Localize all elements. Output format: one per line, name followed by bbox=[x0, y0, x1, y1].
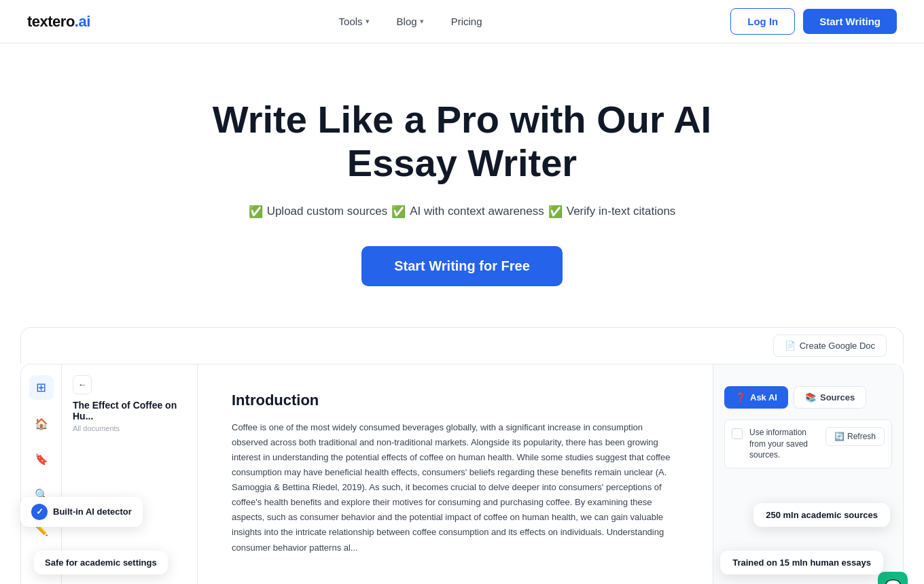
editor-heading: Introduction bbox=[232, 392, 679, 409]
ask-ai-tab[interactable]: ❓ Ask AI bbox=[724, 386, 788, 409]
nav-pricing[interactable]: Pricing bbox=[440, 10, 493, 33]
cta-button[interactable]: Start Writing for Free bbox=[361, 246, 563, 286]
sidebar-bookmark-icon[interactable]: 🔖 bbox=[31, 449, 52, 470]
check-icon-1: ✅ bbox=[249, 205, 263, 219]
hero-title: Write Like a Pro with Our AI Essay Write… bbox=[156, 98, 768, 186]
use-sources-checkbox[interactable] bbox=[732, 428, 743, 439]
demo-wrapper: 📄 Create Google Doc ⊞ 🏠 🔖 🔍 ✏️ ← The bbox=[20, 327, 904, 584]
feature-2-text: AI with context awareness bbox=[410, 205, 544, 218]
badge-safe-academic: Safe for academic settings bbox=[34, 551, 168, 574]
nav-tools[interactable]: Tools ▾ bbox=[328, 10, 380, 33]
login-button[interactable]: Log In bbox=[730, 8, 795, 35]
nav-actions: Log In Start Writing bbox=[730, 8, 897, 35]
refresh-icon: 🔄 bbox=[834, 432, 845, 441]
refresh-button[interactable]: 🔄 Refresh bbox=[825, 427, 885, 446]
ai-option-row: Use information from your saved sources.… bbox=[724, 419, 892, 468]
check-mark-icon: ✓ bbox=[31, 504, 48, 520]
sources-icon: 📚 bbox=[805, 392, 816, 402]
badge-250-sources: 250 mln academic sources bbox=[753, 503, 890, 527]
demo-editor: Introduction Coffee is one of the most w… bbox=[198, 364, 713, 584]
google-doc-icon: 📄 bbox=[785, 341, 796, 351]
check-icon-2: ✅ bbox=[391, 205, 406, 219]
demo-section: 📄 Create Google Doc ⊞ 🏠 🔖 🔍 ✏️ ← The bbox=[0, 327, 924, 584]
editor-body[interactable]: Coffee is one of the most widely consume… bbox=[232, 420, 679, 555]
feature-1-text: Upload custom sources bbox=[267, 205, 388, 218]
navbar: textero.ai Tools ▾ Blog ▾ Pricing Log In… bbox=[0, 0, 924, 44]
blog-chevron-icon: ▾ bbox=[420, 17, 424, 26]
badge-ai-detector: ✓ Built-in AI detector bbox=[20, 497, 143, 527]
feature-2: ✅ AI with context awareness bbox=[391, 205, 544, 219]
sidebar-home-icon[interactable]: 🏠 bbox=[31, 413, 52, 435]
nav-links: Tools ▾ Blog ▾ Pricing bbox=[328, 10, 493, 33]
chat-float-icon[interactable]: 💬 bbox=[878, 572, 908, 584]
create-google-doc-button[interactable]: 📄 Create Google Doc bbox=[773, 334, 887, 357]
ai-tabs: ❓ Ask AI 📚 Sources bbox=[724, 386, 892, 409]
feature-3: ✅ Verify in-text citations bbox=[548, 205, 676, 219]
logo[interactable]: textero.ai bbox=[27, 13, 90, 31]
check-icon-3: ✅ bbox=[548, 205, 563, 219]
hero-features: ✅ Upload custom sources ✅ AI with contex… bbox=[14, 205, 910, 219]
back-arrow-icon[interactable]: ← bbox=[73, 375, 92, 394]
back-navigation[interactable]: ← bbox=[73, 375, 186, 394]
ai-option-text: Use information from your saved sources. bbox=[749, 427, 819, 461]
feature-1: ✅ Upload custom sources bbox=[249, 205, 388, 219]
feature-3-text: Verify in-text citations bbox=[567, 205, 676, 218]
document-subtitle: All documents bbox=[73, 424, 186, 432]
ai-panel-inner: ❓ Ask AI 📚 Sources Use information from … bbox=[724, 375, 892, 486]
sidebar-logo[interactable]: ⊞ bbox=[29, 375, 54, 400]
start-writing-button[interactable]: Start Writing bbox=[803, 9, 897, 34]
hero-section: Write Like a Pro with Our AI Essay Write… bbox=[0, 44, 924, 327]
ask-ai-icon: ❓ bbox=[735, 392, 746, 402]
badge-trained-essays: Trained on 15 mln human essays bbox=[720, 551, 883, 574]
nav-blog[interactable]: Blog ▾ bbox=[386, 10, 435, 33]
document-title: The Effect of Coffee on Hu... bbox=[73, 400, 186, 422]
logo-grid-icon: ⊞ bbox=[36, 380, 46, 395]
sources-tab[interactable]: 📚 Sources bbox=[794, 386, 866, 409]
tools-chevron-icon: ▾ bbox=[366, 17, 370, 26]
